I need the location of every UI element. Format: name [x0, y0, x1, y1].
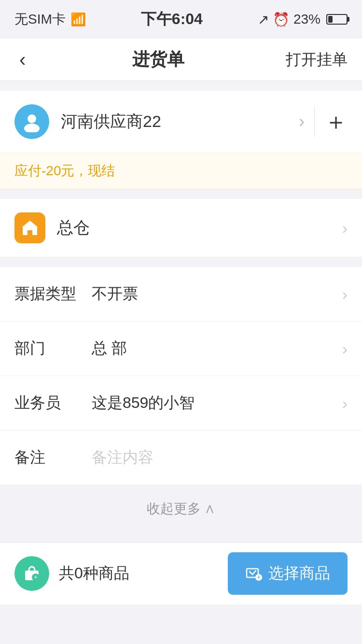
salesman-label: 业务员: [14, 392, 82, 414]
warehouse-svg-icon: [21, 219, 39, 237]
remark-label: 备注: [14, 447, 82, 468]
warehouse-icon: [14, 212, 45, 243]
section-gap-3: [0, 257, 362, 267]
department-row[interactable]: 部门 总 部 ›: [0, 322, 362, 376]
status-left: 无SIM卡 📶: [14, 10, 86, 28]
invoice-label: 票据类型: [14, 283, 82, 305]
svg-text:+: +: [34, 574, 37, 581]
time-label: 下午6:04: [141, 9, 203, 30]
section-gap-1: [0, 81, 362, 91]
select-product-button[interactable]: + 选择商品: [228, 552, 348, 595]
bottom-bar: + 共0种商品 + 选择商品: [0, 542, 362, 604]
salesman-chevron-icon: ›: [342, 394, 348, 413]
section-gap-2: [0, 189, 362, 199]
alarm-icon: ⏰: [273, 12, 290, 28]
remark-input[interactable]: 备注内容: [92, 447, 348, 468]
supplier-name: 河南供应商22: [61, 111, 299, 133]
svg-marker-3: [22, 221, 38, 227]
warehouse-chevron-icon: ›: [342, 219, 348, 238]
nav-bar: ‹ 进货单 打开挂单: [0, 39, 362, 81]
warehouse-name: 总仓: [57, 217, 337, 239]
select-product-icon: +: [245, 565, 263, 582]
department-chevron-icon: ›: [342, 339, 348, 358]
supplier-avatar-icon: [21, 111, 42, 132]
product-svg-icon: +: [22, 564, 42, 583]
supplier-section: 河南供应商22 › ＋ 应付-20元，现结: [0, 91, 362, 189]
status-bar: 无SIM卡 📶 下午6:04 ↗ ⏰ 23%: [0, 0, 362, 39]
notice-text: 应付-20元，现结: [14, 163, 115, 178]
status-right: ↗ ⏰ 23%: [258, 12, 348, 28]
svg-point-0: [28, 114, 36, 123]
add-supplier-button[interactable]: ＋: [314, 106, 348, 137]
supplier-avatar: [14, 104, 49, 139]
salesman-row[interactable]: 业务员 这是859的小智 ›: [0, 376, 362, 431]
svg-rect-4: [28, 230, 32, 235]
product-icon: +: [14, 556, 49, 591]
invoice-chevron-icon: ›: [342, 285, 348, 304]
invoice-value: 不开票: [92, 283, 337, 305]
invoice-row[interactable]: 票据类型 不开票 ›: [0, 267, 362, 322]
supplier-row[interactable]: 河南供应商22 › ＋: [0, 91, 362, 153]
salesman-value: 这是859的小智: [92, 392, 337, 414]
battery-percent: 23%: [293, 12, 320, 27]
warehouse-section: 总仓 ›: [0, 199, 362, 257]
remark-row[interactable]: 备注 备注内容: [0, 431, 362, 485]
carrier-label: 无SIM卡: [14, 10, 66, 28]
location-icon: ↗: [258, 12, 269, 28]
section-gap-4: [0, 532, 362, 542]
warehouse-row[interactable]: 总仓 ›: [0, 199, 362, 257]
svg-text:+: +: [257, 573, 261, 581]
department-value: 总 部: [92, 338, 337, 359]
form-section: 票据类型 不开票 › 部门 总 部 › 业务员 这是859的小智 › 备注 备注…: [0, 267, 362, 485]
page-title: 进货单: [132, 48, 184, 71]
department-label: 部门: [14, 338, 82, 359]
collapse-button[interactable]: 收起更多 ∧: [0, 485, 362, 532]
wifi-icon: 📶: [70, 12, 86, 27]
product-count-label: 共0种商品: [59, 563, 228, 584]
battery-icon: [326, 14, 348, 25]
svg-point-1: [24, 124, 40, 132]
supplier-chevron-icon: ›: [299, 112, 305, 132]
open-pending-button[interactable]: 打开挂单: [286, 49, 348, 70]
notice-banner: 应付-20元，现结: [0, 153, 362, 189]
back-button[interactable]: ‹: [14, 44, 30, 75]
select-btn-label: 选择商品: [268, 563, 330, 584]
